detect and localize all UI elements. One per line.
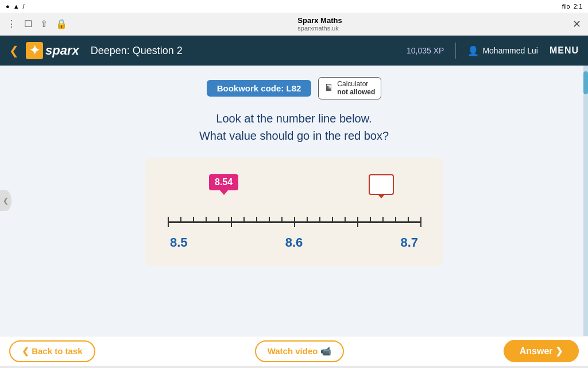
tick-20 (420, 217, 421, 227)
scale-label-start: 8.5 (170, 235, 188, 250)
tick-2 (193, 217, 194, 223)
tick-16 (370, 217, 371, 223)
scale-labels: 8.5 8.6 8.7 (168, 235, 420, 250)
browser-url: sparxmaths.uk (297, 25, 342, 32)
sparx-logo-icon: ✦ (26, 42, 43, 59)
tick-11 (307, 217, 308, 223)
calculator-badge: 🖩 Calculator not allowed (318, 77, 381, 99)
browser-title-area: Sparx Maths sparxmaths.uk (297, 16, 342, 32)
tick-18 (395, 217, 396, 223)
question-line1: Look at the number line below. (9, 110, 579, 127)
calculator-icon: 🖩 (324, 83, 334, 93)
back-arrow-button[interactable]: ❮ (9, 44, 19, 57)
number-line (168, 213, 420, 231)
sparx-logo: ✦ sparx (26, 42, 79, 59)
tick-14 (345, 217, 346, 223)
menu-button[interactable]: MENU (550, 45, 579, 56)
share-icon[interactable]: ⇧ (40, 18, 48, 29)
tick-17 (382, 217, 384, 223)
bottom-bar: ❮ Back to task Watch video 📹 Answer ❯ (0, 336, 588, 366)
tick-6 (243, 217, 245, 223)
browser-icon-area: ⋮ ☐ ⇧ 🔒 (7, 18, 67, 29)
scale-label-end: 8.7 (400, 235, 418, 250)
side-arrow-button[interactable]: ❮ (0, 190, 11, 211)
user-name: Mohammed Lui (482, 46, 538, 55)
tick-9 (281, 217, 283, 223)
tick-19 (408, 217, 409, 223)
wifi-icon: ● (6, 3, 10, 10)
label-area: 8.54 (168, 174, 420, 209)
scrollbar[interactable] (583, 66, 588, 336)
status-bar-right: filo 2:1 (562, 3, 582, 10)
bluetooth-icon: / (23, 3, 25, 10)
page-title: Deepen: Question 2 (91, 45, 183, 57)
question-line2: What value should go in the red box? (9, 127, 579, 144)
android-nav: ||| ○ ▷ (0, 366, 588, 368)
bookwork-badge: Bookwork code: L82 (207, 80, 312, 97)
tick-3 (206, 217, 207, 223)
tick-0 (168, 217, 169, 227)
calculator-text: Calculator not allowed (337, 80, 375, 97)
lock-icon: 🔒 (56, 18, 67, 29)
xp-display: 10,035 XP (407, 46, 444, 55)
value-label-pink: 8.54 (209, 174, 238, 190)
bookwork-bar: Bookwork code: L82 🖩 Calculator not allo… (9, 77, 579, 99)
browser-chrome: ⋮ ☐ ⇧ 🔒 Sparx Maths sparxmaths.uk ✕ (0, 13, 588, 36)
bookmark-icon[interactable]: ☐ (24, 18, 32, 29)
browser-close-button[interactable]: ✕ (572, 18, 581, 30)
back-to-task-button[interactable]: ❮ Back to task (9, 340, 95, 362)
sparx-logo-text: sparx (45, 43, 79, 58)
tick-8 (269, 217, 270, 223)
tick-7 (256, 217, 257, 223)
answer-box (369, 174, 394, 195)
user-icon: 👤 (467, 45, 479, 56)
scale-label-mid: 8.6 (285, 235, 303, 250)
question-text: Look at the number line below. What valu… (9, 110, 579, 144)
tick-10 (294, 217, 295, 227)
main-content: ❮ Bookwork code: L82 🖩 Calculator not al… (0, 66, 588, 336)
menu-dots-icon[interactable]: ⋮ (7, 18, 16, 29)
calculator-label: Calculator (337, 80, 375, 88)
status-bar-left: ● ▲ / (6, 3, 25, 10)
answer-button[interactable]: Answer ❯ (504, 340, 579, 362)
scrollbar-thumb[interactable] (583, 71, 588, 94)
time-label: 2:1 (574, 3, 582, 10)
filo-label: filo (562, 3, 570, 10)
tick-12 (319, 217, 320, 223)
browser-title: Sparx Maths (297, 16, 342, 25)
tick-15 (357, 217, 358, 227)
number-line-container: 8.54 (145, 158, 443, 266)
signal-icon: ▲ (13, 3, 20, 10)
user-area: 👤 Mohammed Lui (467, 45, 538, 56)
app-header: ❮ ✦ sparx Deepen: Question 2 10,035 XP 👤… (0, 36, 588, 66)
header-left: ❮ ✦ sparx Deepen: Question 2 (9, 42, 183, 59)
watch-video-button[interactable]: Watch video 📹 (255, 340, 344, 362)
tick-1 (180, 217, 181, 223)
header-divider (455, 43, 456, 59)
tick-13 (332, 217, 333, 223)
status-bar: ● ▲ / filo 2:1 (0, 0, 588, 13)
calculator-not-allowed: not allowed (337, 88, 375, 96)
tick-5 (231, 217, 232, 227)
tick-4 (218, 217, 219, 223)
header-right: 10,035 XP 👤 Mohammed Lui MENU (407, 43, 579, 59)
